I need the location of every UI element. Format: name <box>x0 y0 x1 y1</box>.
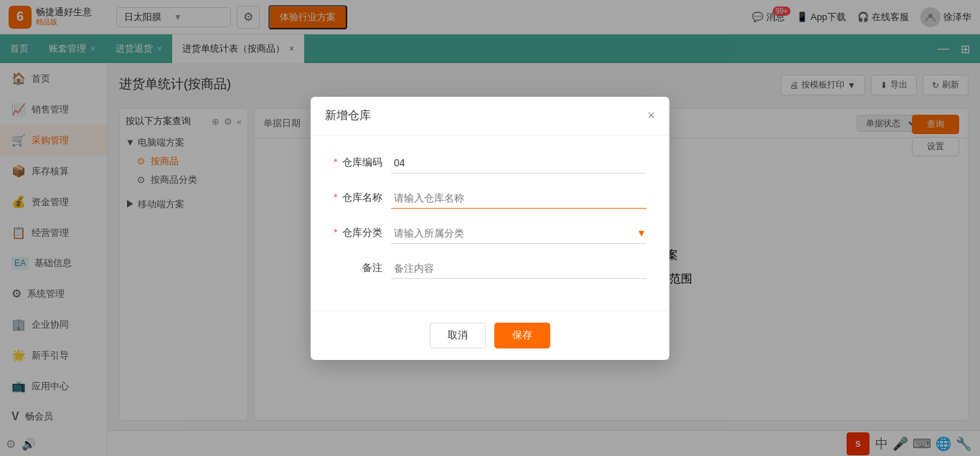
modal-body: 仓库编码 仓库名称 仓库分类 ▼ 备注 <box>311 136 669 310</box>
modal-close-button[interactable]: × <box>647 108 655 123</box>
cancel-button[interactable]: 取消 <box>430 323 486 348</box>
form-row-note: 备注 <box>334 258 646 279</box>
name-input[interactable] <box>391 188 646 209</box>
category-dropdown-icon[interactable]: ▼ <box>636 227 646 239</box>
form-row-category: 仓库分类 ▼ <box>334 223 646 244</box>
form-row-name: 仓库名称 <box>334 188 646 209</box>
note-input[interactable] <box>391 258 646 279</box>
modal-footer: 取消 保存 <box>311 310 669 360</box>
add-warehouse-modal: 新增仓库 × 仓库编码 仓库名称 仓库分类 ▼ <box>311 97 669 360</box>
save-button[interactable]: 保存 <box>494 323 550 348</box>
note-label: 备注 <box>334 262 391 275</box>
category-label: 仓库分类 <box>334 227 391 239</box>
form-row-code: 仓库编码 <box>334 153 646 174</box>
category-select-wrapper: ▼ <box>391 223 646 244</box>
category-input[interactable] <box>391 223 636 243</box>
modal-title: 新增仓库 <box>325 108 371 123</box>
name-label: 仓库名称 <box>334 191 391 204</box>
code-input[interactable] <box>391 153 646 174</box>
code-label: 仓库编码 <box>334 156 391 169</box>
modal-overlay: 新增仓库 × 仓库编码 仓库名称 仓库分类 ▼ <box>0 0 980 456</box>
modal-header: 新增仓库 × <box>311 97 669 136</box>
